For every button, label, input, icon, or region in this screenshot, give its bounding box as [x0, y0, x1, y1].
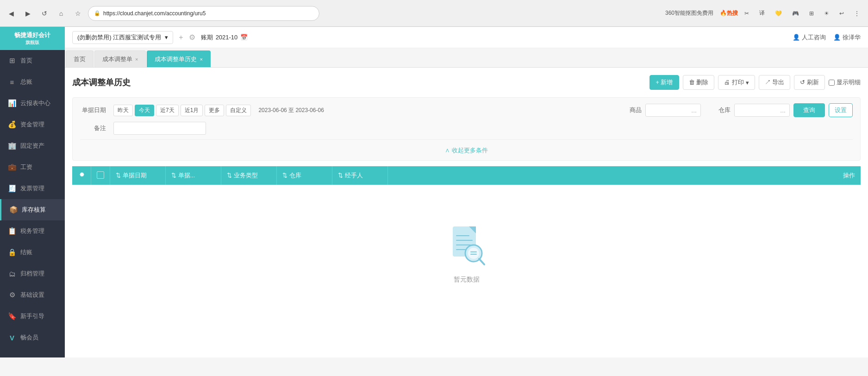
grid-tool[interactable]: ⊞	[806, 8, 818, 19]
col-header-settings[interactable]	[72, 166, 91, 185]
hot-search[interactable]: 🔥热搜	[720, 9, 738, 17]
history-tool[interactable]: ↩	[836, 8, 848, 19]
date-range-display: 2023-06-06 至 2023-06-06	[258, 107, 324, 114]
tab-cost-adjust-history-close[interactable]: ×	[200, 56, 202, 62]
new-btn[interactable]: + 新增	[649, 75, 679, 90]
browser-right-tools: 360智能抠图免费用 🔥热搜 ✂ 译 💛 🎮 ⊞ ☀ ↩ ⋮	[662, 7, 863, 19]
logo-title: 畅捷通好会计	[14, 31, 50, 39]
gear-icon	[78, 171, 85, 179]
wallet-tool[interactable]: 💛	[771, 8, 786, 19]
tab-cost-adjust[interactable]: 成本调整单 ×	[94, 50, 146, 67]
col-number-label: ⇅ 单据...	[171, 172, 195, 179]
sidebar-label-member: 畅会员	[20, 333, 38, 342]
game-tool[interactable]: 🎮	[788, 8, 803, 19]
tab-cost-adjust-label: 成本调整单	[102, 55, 132, 63]
settings-btn[interactable]: 设置	[829, 103, 853, 117]
refresh-button[interactable]: ↺	[38, 7, 51, 20]
export-btn[interactable]: ↗ 导出	[759, 75, 791, 90]
refresh-btn[interactable]: ↺ 刷新	[794, 75, 825, 90]
sidebar-item-member[interactable]: V 畅会员	[0, 327, 65, 348]
date-btn-more[interactable]: 更多	[205, 105, 224, 116]
col-header-handler[interactable]: ⇅ 经手人	[332, 166, 388, 185]
search-tool[interactable]: 360智能抠图免费用	[662, 7, 717, 19]
settings-gear-icon[interactable]: ⚙	[189, 33, 195, 42]
filter-section: 单据日期 昨天 今天 近7天 近1月 更多 自定义 2023-06-06 至 2…	[72, 97, 861, 161]
col-header-type[interactable]: ⇅ 业务类型	[221, 166, 277, 185]
sidebar-label-closing: 结账	[20, 248, 32, 257]
page-header: 成本调整单历史 + 新增 🗑 删除 🖨 打印 ▾ ↗ 导出 ↺ 刷新 显示明细	[72, 75, 861, 90]
sidebar-item-inventory[interactable]: 📦 库存核算	[0, 199, 65, 220]
home-button[interactable]: ⌂	[55, 7, 68, 20]
show-detail-checkbox[interactable]	[829, 80, 835, 86]
col-header-date[interactable]: ⇅ 单据日期	[110, 166, 166, 185]
address-bar[interactable]: 🔒 https://cloud.chanjet.com/accounting/u…	[88, 6, 319, 21]
tab-home[interactable]: 首页	[66, 50, 94, 67]
sidebar-item-report-center[interactable]: 📊 云报表中心	[0, 93, 65, 114]
show-detail-option[interactable]: 显示明细	[829, 78, 861, 87]
filter-row-remark: 备注	[80, 122, 853, 135]
closing-icon: 🔒	[7, 248, 17, 257]
sidebar-label-tax: 税务管理	[20, 227, 44, 235]
display-tool[interactable]: ☀	[820, 8, 833, 19]
sidebar-item-closing[interactable]: 🔒 结账	[0, 242, 65, 263]
top-bar: (勿删勿禁用) 江西服宝测试专用 ▾ + ⚙ 账期 2021-10 📅 👤 人工…	[65, 27, 868, 48]
sidebar-item-guide[interactable]: 🔖 新手引导	[0, 306, 65, 327]
ledger-icon: ≡	[7, 78, 17, 86]
sidebar-item-tax[interactable]: 📋 税务管理	[0, 220, 65, 242]
print-btn[interactable]: 🖨 打印 ▾	[718, 75, 755, 90]
sidebar-item-settings[interactable]: ⚙ 基础设置	[0, 284, 65, 306]
sidebar-item-fixed-assets[interactable]: 🏢 固定资产	[0, 135, 65, 157]
query-btn[interactable]: 查询	[793, 103, 825, 117]
tab-cost-adjust-history[interactable]: 成本调整单历史 ×	[147, 50, 210, 67]
col-header-number[interactable]: ⇅ 单据...	[166, 166, 221, 185]
empty-state: 暂元数据	[72, 185, 861, 321]
star-button[interactable]: ☆	[71, 7, 84, 20]
guide-icon: 🔖	[7, 312, 17, 320]
calendar-icon[interactable]: 📅	[240, 34, 248, 41]
sidebar-label-home: 首页	[20, 56, 32, 65]
col-actions-label: 操作	[843, 172, 855, 179]
select-all-checkbox[interactable]	[97, 171, 104, 179]
remark-input[interactable]	[113, 122, 206, 135]
date-label: 单据日期	[80, 106, 106, 114]
warehouse-more-icon: ...	[780, 107, 786, 114]
date-btn-custom[interactable]: 自定义	[226, 105, 251, 116]
date-btn-7days[interactable]: 近7天	[156, 105, 179, 116]
date-btn-1month[interactable]: 近1月	[181, 105, 203, 116]
print-label: 🖨 打印	[724, 78, 744, 87]
sidebar-item-payroll[interactable]: 💼 工资	[0, 157, 65, 178]
scissors-tool[interactable]: ✂	[741, 8, 753, 19]
back-button[interactable]: ◀	[5, 7, 18, 20]
service-label: 人工咨询	[802, 33, 826, 42]
translate-tool[interactable]: 译	[756, 7, 768, 19]
delete-btn[interactable]: 🗑 删除	[683, 75, 715, 90]
tax-icon: 📋	[7, 227, 17, 235]
sidebar-item-home[interactable]: ⊞ 首页	[0, 50, 65, 71]
col-header-checkbox[interactable]	[91, 166, 110, 185]
forward-button[interactable]: ▶	[21, 7, 34, 20]
archive-icon: 🗂	[7, 270, 17, 278]
user-profile-btn[interactable]: 👤 徐泽华	[833, 33, 861, 42]
sidebar-item-general-ledger[interactable]: ≡ 总账	[0, 71, 65, 93]
col-header-warehouse[interactable]: ⇅ 仓库	[277, 166, 332, 185]
sidebar-item-fund-management[interactable]: 💰 资金管理	[0, 114, 65, 135]
sidebar-label-fund: 资金管理	[20, 120, 44, 129]
more-tool[interactable]: ⋮	[850, 8, 863, 19]
warehouse-selector[interactable]: ...	[734, 104, 790, 117]
sidebar-item-archive[interactable]: 🗂 归档管理	[0, 263, 65, 284]
sidebar-label-inventory: 库存核算	[22, 206, 46, 214]
remark-label: 备注	[80, 124, 106, 132]
col-type-label: ⇅ 业务类型	[227, 172, 258, 179]
collapse-filter-btn[interactable]: ∧ 收起更多条件	[80, 146, 853, 155]
sidebar-item-invoice[interactable]: 🧾 发票管理	[0, 178, 65, 199]
sidebar-label-guide: 新手引导	[20, 312, 44, 320]
tab-cost-adjust-close[interactable]: ×	[135, 56, 138, 62]
date-btn-today[interactable]: 今天	[135, 105, 154, 116]
account-selector[interactable]: (勿删勿禁用) 江西服宝测试专用 ▾	[72, 31, 173, 44]
customer-service-btn[interactable]: 👤 人工咨询	[793, 33, 826, 42]
date-btn-yesterday[interactable]: 昨天	[113, 105, 133, 116]
goods-selector[interactable]: ...	[645, 104, 701, 117]
col-header-actions: 操作	[388, 166, 861, 185]
add-company-btn[interactable]: +	[179, 33, 183, 42]
tab-home-label: 首页	[74, 55, 86, 63]
